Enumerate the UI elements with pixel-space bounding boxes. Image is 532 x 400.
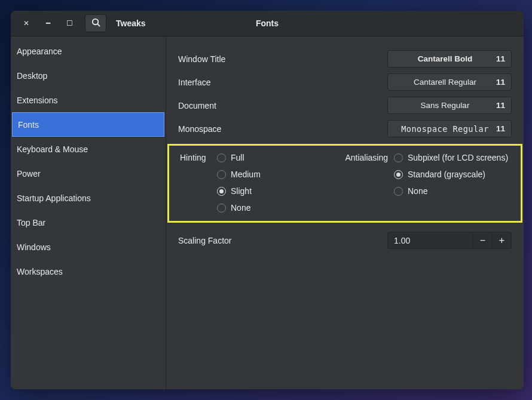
svg-point-0 xyxy=(92,19,97,24)
titlebar: Fonts ✕ ━ ☐ Tweaks xyxy=(11,11,524,36)
radio-label: Slight xyxy=(231,186,252,196)
scaling-label: Scaling Factor xyxy=(178,236,387,245)
font-row-label: Interface xyxy=(178,78,387,87)
scaling-increment[interactable]: + xyxy=(492,232,511,248)
antialiasing-label: Antialiasing xyxy=(341,152,394,213)
radio-label: None xyxy=(231,203,250,213)
highlight-box: Hinting FullMediumSlightNone Antialiasin… xyxy=(167,144,522,223)
maximize-button[interactable]: ☐ xyxy=(59,15,80,32)
font-row-label: Document xyxy=(178,101,387,110)
content-area: Window TitleCantarell Bold11InterfaceCan… xyxy=(166,36,524,389)
scaling-decrement[interactable]: − xyxy=(473,232,492,248)
search-icon xyxy=(91,18,100,29)
hinting-option-slight[interactable]: Slight xyxy=(217,186,261,196)
font-row-label: Monospace xyxy=(178,124,387,134)
radio-icon xyxy=(217,170,226,179)
sidebar: AppearanceDesktopExtensionsFontsKeyboard… xyxy=(11,36,166,389)
svg-line-1 xyxy=(97,24,100,26)
font-chooser-button[interactable]: Cantarell Bold11 xyxy=(387,50,512,67)
sidebar-item-keyboard-mouse[interactable]: Keyboard & Mouse xyxy=(11,137,166,161)
antialiasing-option-standard-grayscale-[interactable]: Standard (grayscale) xyxy=(394,170,508,179)
scaling-value: 1.00 xyxy=(388,236,473,245)
radio-label: Full xyxy=(231,153,244,162)
font-size: 11 xyxy=(496,54,505,63)
radio-icon xyxy=(217,153,226,162)
radio-label: None xyxy=(408,186,427,196)
sidebar-item-workspaces[interactable]: Workspaces xyxy=(11,259,166,284)
hinting-label: Hinting xyxy=(180,152,217,213)
font-name: Sans Regular xyxy=(394,101,496,110)
font-row-document: DocumentSans Regular11 xyxy=(178,94,512,117)
font-name: Cantarell Regular xyxy=(394,78,496,87)
font-row-window-title: Window TitleCantarell Bold11 xyxy=(178,47,512,70)
antialiasing-option-none[interactable]: None xyxy=(394,186,508,196)
radio-icon xyxy=(217,187,226,196)
font-size: 11 xyxy=(496,124,505,133)
scaling-row: Scaling Factor 1.00 − + xyxy=(178,229,512,252)
app-title: Tweaks xyxy=(116,19,146,28)
hinting-option-none[interactable]: None xyxy=(217,203,261,213)
radio-label: Medium xyxy=(231,170,261,179)
sidebar-item-windows[interactable]: Windows xyxy=(11,235,166,259)
antialiasing-group: Subpixel (for LCD screens)Standard (gray… xyxy=(394,152,508,213)
radio-label: Standard (grayscale) xyxy=(408,170,485,179)
font-row-monospace: MonospaceMonospace Regular11 xyxy=(178,117,512,140)
font-chooser-button[interactable]: Sans Regular11 xyxy=(387,97,512,114)
font-chooser-button[interactable]: Cantarell Regular11 xyxy=(387,73,512,91)
sidebar-item-power[interactable]: Power xyxy=(11,161,166,186)
scaling-spinner[interactable]: 1.00 − + xyxy=(387,232,512,249)
font-row-interface: InterfaceCantarell Regular11 xyxy=(178,70,512,94)
font-size: 11 xyxy=(496,78,505,87)
close-button[interactable]: ✕ xyxy=(16,15,37,32)
radio-icon xyxy=(394,187,403,196)
sidebar-item-fonts[interactable]: Fonts xyxy=(12,112,164,137)
hinting-group: FullMediumSlightNone xyxy=(217,152,261,213)
minimize-button[interactable]: ━ xyxy=(37,15,59,32)
font-size: 11 xyxy=(496,101,505,110)
radio-icon xyxy=(217,204,226,213)
sidebar-item-top-bar[interactable]: Top Bar xyxy=(11,210,166,235)
font-chooser-button[interactable]: Monospace Regular11 xyxy=(387,120,512,137)
radio-icon xyxy=(394,153,403,162)
hinting-option-medium[interactable]: Medium xyxy=(217,170,261,179)
window-body: AppearanceDesktopExtensionsFontsKeyboard… xyxy=(11,36,524,389)
sidebar-item-appearance[interactable]: Appearance xyxy=(11,39,166,63)
font-name: Cantarell Bold xyxy=(394,54,496,63)
tweaks-window: Fonts ✕ ━ ☐ Tweaks AppearanceDesktopExte… xyxy=(11,11,524,389)
sidebar-item-desktop[interactable]: Desktop xyxy=(11,63,166,88)
radio-icon xyxy=(394,170,403,179)
sidebar-item-startup-applications[interactable]: Startup Applications xyxy=(11,186,166,210)
sidebar-item-extensions[interactable]: Extensions xyxy=(11,88,166,112)
hinting-option-full[interactable]: Full xyxy=(217,153,261,162)
antialiasing-option-subpixel-for-lcd-screens-[interactable]: Subpixel (for LCD screens) xyxy=(394,153,508,162)
font-name: Monospace Regular xyxy=(394,124,496,134)
radio-label: Subpixel (for LCD screens) xyxy=(408,153,508,162)
font-row-label: Window Title xyxy=(178,54,387,64)
search-button[interactable] xyxy=(85,14,106,32)
